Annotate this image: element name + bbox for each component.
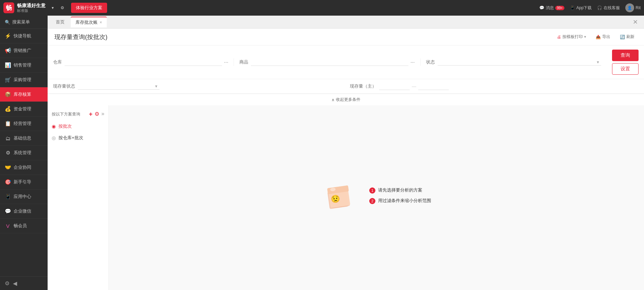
product-input[interactable] <box>251 58 408 66</box>
search-label: 搜索菜单 <box>12 19 30 25</box>
newbie-icon: 🎯 <box>5 179 11 185</box>
phone-icon: 📱 <box>570 5 575 10</box>
filter-product: 商品 ··· <box>234 58 420 66</box>
stock-status-label: 现存量状态 <box>53 83 75 89</box>
sales-icon: 📊 <box>5 62 11 68</box>
main-content: 按以下方案查询 + ⚙ » ◉ 按批次 ◎ 按仓库+批次 <box>48 105 644 290</box>
inventory-icon: 📦 <box>5 91 11 97</box>
top-right-actions: 💬 消息 99+ 📱 App下载 🎧 在线客服 👤 Rit <box>539 3 641 12</box>
online-service-item[interactable]: 🎧 在线客服 <box>597 5 620 11</box>
stock-amount-from[interactable] <box>379 83 410 90</box>
stock-amount-to[interactable] <box>418 83 449 90</box>
chevron-down-icon: ▾ <box>52 5 54 10</box>
sidebar-item-wechat[interactable]: 💬 企业微信 <box>0 204 48 219</box>
message-badge: 99+ <box>555 6 564 10</box>
operations-icon: 📋 <box>5 121 11 127</box>
sidebar-item-newbie[interactable]: 🎯 新手引导 <box>0 175 48 189</box>
sidebar-label-enterprise: 企业协同 <box>14 164 31 170</box>
filter-warehouse: 仓库 ··· <box>53 58 234 66</box>
print-btn[interactable]: 🖨 按模板打印 ▾ <box>554 33 589 41</box>
settings-button[interactable]: 设置 <box>612 63 639 75</box>
stock-status-select[interactable]: ▼ <box>78 83 159 90</box>
status-label: 状态 <box>426 59 436 65</box>
message-item[interactable]: 💬 消息 99+ <box>539 5 564 11</box>
export-label: 导出 <box>602 34 610 40</box>
content-area: 首页 库存批次账 × ✕ 现存量查询(按批次) 🖨 按模板打印 ▾ 📤 <box>48 16 644 290</box>
sidebar-item-sales[interactable]: 📊 销售管理 <box>0 58 48 73</box>
add-scheme-btn[interactable]: + <box>89 111 93 118</box>
sidebar-item-appstore[interactable]: 📱 应用中心 <box>0 189 48 204</box>
print-icon: 🖨 <box>557 35 561 39</box>
filter-row-1: 仓库 ··· 商品 ··· 状态 ▼ 查询 <box>48 46 644 79</box>
panel-collapse-btn[interactable]: » <box>101 111 104 118</box>
gear-icon: ⚙ <box>61 5 64 10</box>
warehouse-dots[interactable]: ··· <box>224 59 228 65</box>
system-icon: ⚙ <box>5 150 11 156</box>
nav-dropdown[interactable]: ▾ <box>49 4 56 12</box>
filter-row-2: 现存量状态 ▼ 现存量（主） — <box>48 79 644 94</box>
sidebar-bottom: ⚙ ◀ <box>0 276 48 290</box>
user-avatar: 👤 <box>625 3 634 12</box>
warehouse-input[interactable] <box>65 58 222 66</box>
try-industry-button[interactable]: 体验行业方案 <box>71 3 107 13</box>
sidebar-item-system[interactable]: ⚙ 系统管理 <box>0 146 48 160</box>
sidebar-label-marketing: 营销推广 <box>14 48 31 54</box>
sidebar-label-finance: 资金管理 <box>14 106 31 112</box>
export-btn[interactable]: 📤 导出 <box>593 33 613 41</box>
empty-text-container: 1 请先选择要分析的方案 2 用过滤条件来缩小分析范围 <box>369 187 431 208</box>
scheme-by-batch[interactable]: ◉ 按批次 <box>48 121 108 132</box>
tab-bar-close-button[interactable]: ✕ <box>630 17 641 27</box>
sidebar-label-purchase: 采购管理 <box>14 77 31 83</box>
app-download-item[interactable]: 📱 App下载 <box>570 5 592 11</box>
wechat-icon: 💬 <box>5 208 11 214</box>
print-chevron-icon: ▾ <box>584 35 586 39</box>
collapse-bar[interactable]: ∧ 收起更多条件 <box>48 94 644 105</box>
empty-step-1: 1 请先选择要分析的方案 <box>369 187 431 194</box>
status-select[interactable]: ▼ <box>438 59 601 66</box>
left-panel-actions: + ⚙ » <box>89 111 104 118</box>
sidebar-item-finance[interactable]: 💰 资金管理 <box>0 102 48 116</box>
product-dots[interactable]: ··· <box>410 59 415 65</box>
query-button[interactable]: 查询 <box>612 50 639 61</box>
sidebar-item-purchase[interactable]: 🛒 采购管理 <box>0 73 48 87</box>
empty-icon-container: 😟 <box>322 179 359 216</box>
tab-home-label: 首页 <box>56 19 65 25</box>
nav-settings[interactable]: ⚙ <box>58 4 67 12</box>
sidebar-item-marketing[interactable]: 📢 营销推广 <box>0 43 48 58</box>
online-service-label: 在线客服 <box>604 5 620 11</box>
refresh-label: 刷新 <box>626 34 634 40</box>
scheme-by-warehouse-batch[interactable]: ◎ 按仓库+批次 <box>48 132 108 144</box>
tab-home[interactable]: 首页 <box>51 17 69 28</box>
left-panel: 按以下方案查询 + ⚙ » ◉ 按批次 ◎ 按仓库+批次 <box>48 105 109 290</box>
sidebar-label-member: 畅会员 <box>14 223 27 229</box>
user-item[interactable]: 👤 Rit <box>625 3 641 12</box>
brand-name: 畅康通好生意 <box>17 3 46 8</box>
step-1-text: 请先选择要分析的方案 <box>378 187 422 193</box>
sidebar-settings-btn[interactable]: ⚙ <box>5 280 10 287</box>
product-label: 商品 <box>239 59 249 65</box>
left-panel-title: 按以下方案查询 <box>52 111 80 117</box>
left-panel-header: 按以下方案查询 + ⚙ » <box>48 108 108 121</box>
sidebar-item-enterprise[interactable]: 🤝 企业协同 <box>0 160 48 175</box>
tab-bar: 首页 库存批次账 × ✕ <box>48 16 644 29</box>
refresh-btn[interactable]: 🔄 刷新 <box>617 33 637 41</box>
finance-icon: 💰 <box>5 106 11 112</box>
page-title: 现存量查询(按批次) <box>54 33 107 41</box>
sidebar-collapse-btn[interactable]: ◀ <box>13 280 17 287</box>
user-avatar-icon: 👤 <box>627 6 632 10</box>
tab-batch-account[interactable]: 库存批次账 × <box>71 17 107 28</box>
sidebar-item-member[interactable]: V 畅会员 <box>0 219 48 233</box>
sidebar-item-operations[interactable]: 📋 经营管理 <box>0 116 48 131</box>
sidebar-item-inventory[interactable]: 📦 库存核算 <box>0 87 48 102</box>
scheme-settings-btn[interactable]: ⚙ <box>95 111 99 118</box>
scheme-normal-icon: ◎ <box>52 135 56 141</box>
tab-close-btn[interactable]: × <box>100 20 102 25</box>
collapse-up-icon: ∧ <box>332 97 335 102</box>
sidebar-search[interactable]: 🔍 搜索菜单 <box>0 16 48 29</box>
sidebar-item-quick-nav[interactable]: ⚡ 快捷导航 <box>0 29 48 43</box>
quick-nav-icon: ⚡ <box>5 33 11 39</box>
export-icon: 📤 <box>596 35 601 39</box>
sidebar-item-basic[interactable]: 🗂 基础信息 <box>0 131 48 146</box>
tab-bar-right: ✕ <box>630 17 641 27</box>
filter-stock-status: 现存量状态 ▼ <box>53 83 342 90</box>
